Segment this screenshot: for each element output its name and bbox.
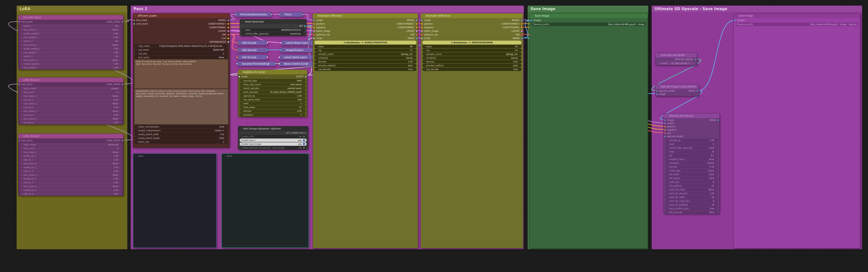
- port-dot[interactable]: [227, 30, 229, 32]
- widget-model-str-3[interactable]: model_str_31.00: [20, 177, 122, 180]
- port-dot[interactable]: [521, 23, 523, 25]
- collapsed-output-dot[interactable]: [267, 49, 268, 51]
- port-in-images[interactable]: images: [734, 19, 745, 22]
- widget-hires-ckpt-name[interactable]: hires_ckpt_name(use same): [240, 83, 306, 86]
- widget-model-str-2[interactable]: model_str_21.00: [20, 165, 122, 169]
- widget-input-mode[interactable]: input_modesimple: [20, 87, 122, 90]
- widget-token-normalization[interactable]: token_normalizationnone: [134, 125, 228, 128]
- port-out-vae[interactable]: VAE: [410, 33, 417, 36]
- port-in-script[interactable]: script: [313, 36, 322, 40]
- collapse-toggle-icon[interactable]: [20, 135, 22, 137]
- node-header[interactable]: HighRes-Fix Script: [238, 70, 307, 74]
- collapse-toggle-icon[interactable]: [281, 13, 283, 16]
- port-dot[interactable]: [19, 21, 21, 23]
- widget-lora-wt-3[interactable]: lora_wt_31.00: [20, 113, 122, 117]
- port-in-negative[interactable]: negative: [421, 26, 434, 29]
- collapsed-input-dot[interactable]: [236, 56, 238, 58]
- widget-sampler-name[interactable]: sampler_nameeuler: [665, 157, 718, 161]
- port-in-vae[interactable]: vae: [664, 131, 671, 135]
- port-in-lora-stack[interactable]: lora_stack: [19, 20, 33, 24]
- collapse-toggle-icon[interactable]: [657, 54, 659, 56]
- widget-model-name[interactable]: model_name4x_fatal_Anime_300000_G.pth: [657, 62, 695, 65]
- port-dot[interactable]: [416, 37, 417, 39]
- widget-seam-fix-width[interactable]: seam_fix_width64: [665, 195, 718, 199]
- collapse-toggle-icon[interactable]: [736, 15, 737, 17]
- port-dot[interactable]: [121, 21, 123, 23]
- collapse-toggle-icon[interactable]: [281, 56, 283, 58]
- port-dot[interactable]: [421, 30, 423, 32]
- collapse-toggle-icon[interactable]: [239, 42, 241, 44]
- group-title-bar[interactable]: Save Image: [528, 6, 648, 12]
- node-header[interactable]: Upscale Image (using Model): [655, 84, 699, 89]
- group-title-bar[interactable]: Pass 1: [131, 6, 524, 12]
- collapsed-input-dot[interactable]: [236, 49, 238, 51]
- port-dot[interactable]: [133, 23, 135, 25]
- toggle-enable-lora[interactable]: Enable LoRAno: [240, 135, 307, 138]
- collapsed-output-dot[interactable]: [275, 63, 276, 65]
- widget-filename-prefix[interactable]: filename_prefixDate_%date:dd-MM-yyyy% - …: [531, 23, 646, 26]
- toggle-enable-ultimate-sd-upscale-save-image[interactable]: Enable Ultimate SD Upscale - Save Imagen…: [240, 146, 307, 150]
- widget-denoise[interactable]: denoise0.40: [240, 109, 306, 113]
- port-dot[interactable]: [313, 20, 315, 21]
- port-out-lora-stack[interactable]: LORA_STACK: [106, 139, 123, 142]
- widget-weight-interpretation[interactable]: weight_interpretationcomfy++: [134, 129, 228, 132]
- port-out-model[interactable]: MODEL: [218, 19, 229, 22]
- widget-seed[interactable]: seed-1: [240, 102, 306, 105]
- port-dot[interactable]: [133, 20, 135, 21]
- collapse-toggle-icon[interactable]: [20, 17, 22, 18]
- collapse-toggle-icon[interactable]: [20, 79, 22, 81]
- port-in-lora-stack[interactable]: lora_stack: [133, 19, 147, 22]
- port-dot[interactable]: [313, 30, 315, 32]
- widget-lora-name-3[interactable]: lora_name_3None: [20, 173, 122, 177]
- port-out-latent[interactable]: LATENT: [218, 29, 229, 33]
- widget-lora-name-3[interactable]: lora_name_3None: [20, 58, 122, 62]
- widget-seed[interactable]: seed0: [665, 142, 718, 146]
- widget-force-uniform-tiles[interactable]: force_uniform_tilestrue: [665, 207, 718, 210]
- port-in-negative[interactable]: negative: [313, 26, 326, 29]
- widget-denoise[interactable]: denoise1.00: [314, 60, 416, 63]
- port-in-negative[interactable]: negative: [664, 128, 676, 131]
- widget-vae-name[interactable]: vae_nameBaked VAE: [134, 48, 228, 52]
- port-dot[interactable]: [19, 84, 21, 85]
- port-dot[interactable]: [313, 34, 315, 36]
- widget-seam-fix-mask-blur[interactable]: seam_fix_mask_blur8: [665, 199, 718, 203]
- widget-vae-decode[interactable]: vae_decodetrue: [314, 67, 416, 71]
- widget-lora-name-4[interactable]: lora_name_4None: [20, 117, 122, 120]
- widget-clip-weight-3[interactable]: clip_weight_31.00: [20, 66, 122, 69]
- collapsed-output-dot[interactable]: [267, 42, 268, 44]
- widget-control-after-generate[interactable]: control_after_generaterandomize: [241, 32, 305, 35]
- widget-lora-name-2[interactable]: lora_name_2None: [20, 43, 122, 47]
- collapse-toggle-icon[interactable]: [242, 21, 243, 23]
- collapse-toggle-icon[interactable]: [239, 63, 241, 65]
- widget-batch-size[interactable]: batch_size1: [134, 140, 228, 144]
- widget-lora-name-1[interactable]: lora_name_1None: [20, 28, 122, 31]
- widget-scheduler[interactable]: schedulerkarras: [422, 56, 522, 60]
- widget-lora-wt-1[interactable]: lora_wt_11.00: [20, 98, 122, 101]
- port-dot[interactable]: [521, 34, 523, 36]
- port-out-conditioning[interactable]: CONDITIONING+: [501, 22, 523, 26]
- widget-denoise[interactable]: denoise0.50: [422, 60, 522, 63]
- widget-ckpt-name[interactable]: ckpt_name0.My.Checkpoints.SDXL.Matrix-He…: [134, 44, 228, 48]
- node-header[interactable]: Fast Groups Bypasser (rgthree): [238, 126, 308, 131]
- port-dot[interactable]: [521, 37, 523, 39]
- prompt-textarea[interactable]: monochrome, score_6, score_5, score_4, s…: [134, 89, 228, 124]
- toggle-enable-save-image[interactable]: Enable Save Imageyes: [240, 142, 307, 146]
- collapsed-input-dot[interactable]: [236, 63, 238, 65]
- port-dot[interactable]: [656, 93, 658, 95]
- port-out-conditioning[interactable]: CONDITIONING-: [397, 26, 417, 29]
- widget-latent-upscaler[interactable]: latent_upscalernearest-exact: [240, 87, 306, 90]
- port-out-int[interactable]: INT: [299, 24, 306, 28]
- port-in-script[interactable]: script: [421, 36, 430, 40]
- node-header[interactable]: Latent Noise Inject: [279, 55, 318, 60]
- widget-clip-str-4[interactable]: clip_str_41.00: [20, 192, 122, 195]
- port-dot[interactable]: [304, 25, 306, 27]
- port-dot[interactable]: [227, 27, 229, 28]
- widget-preview-method[interactable]: preview_methodauto: [422, 64, 522, 67]
- collapse-toggle-icon[interactable]: [239, 49, 241, 51]
- port-in-positive[interactable]: positive: [664, 125, 676, 128]
- widget-denoise[interactable]: denoise0.20: [665, 165, 718, 169]
- port-dot[interactable]: [734, 20, 736, 21]
- widget-lora-name[interactable]: lora_nameNone: [134, 56, 228, 59]
- port-dot[interactable]: [416, 34, 417, 36]
- node-header[interactable]: Ultimate SD Upscale: [663, 114, 720, 118]
